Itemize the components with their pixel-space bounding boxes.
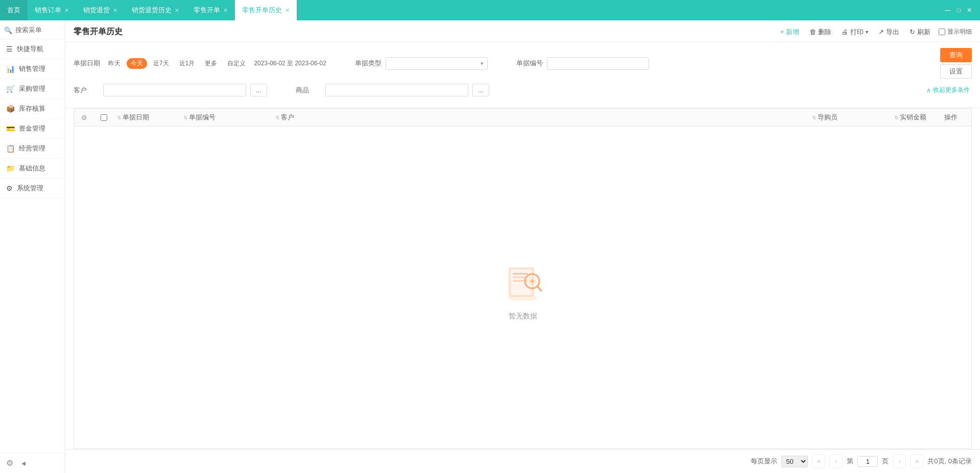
export-button[interactable]: ↗ 导出 (876, 28, 901, 37)
th-settings[interactable]: ⚙ (74, 114, 94, 121)
sort-guide-icon[interactable]: ⇅ (812, 115, 816, 120)
svg-rect-3 (513, 273, 528, 275)
svg-rect-4 (513, 277, 525, 278)
window-controls: — □ ✕ (937, 7, 980, 14)
sidebar-icon-base: 📁 (6, 164, 15, 172)
sort-date-icon[interactable]: ⇅ (117, 115, 121, 120)
doc-type-select[interactable] (386, 57, 488, 70)
sidebar-item-nav[interactable]: ☰快捷导航 (0, 39, 65, 59)
toolbar: + 新增 🗑 删除 🖨 打印 ▾ ↗ 导出 ↻ 刷新 (778, 28, 972, 37)
collapse-icon: ∧ (926, 87, 931, 94)
sidebar-search[interactable]: 🔍 搜索采单 (0, 20, 65, 39)
doc-number-input[interactable] (547, 57, 649, 70)
table-header: ⚙ ⇅ 单据日期 ⇅ 单据编号 ⇅ 客户 ⇅ (74, 108, 972, 126)
sort-number-icon[interactable]: ⇅ (183, 115, 187, 120)
minimize-btn[interactable]: — (945, 7, 951, 14)
empty-state: 暂无数据 (497, 255, 548, 321)
last-page-btn[interactable]: » (910, 455, 923, 468)
collapse-button[interactable]: ∧ 收起更多条件 (924, 84, 972, 96)
date-btn-custom[interactable]: 自定义 (223, 58, 250, 69)
sidebar-icon-inventory: 📦 (6, 105, 15, 113)
nav-tab-retail-open-history[interactable]: 零售开单历史✕ (235, 0, 297, 20)
table-area: ⚙ ⇅ 单据日期 ⇅ 单据编号 ⇅ 客户 ⇅ (65, 108, 980, 449)
goods-ellipsis-btn[interactable]: ... (472, 84, 489, 96)
tab-close-retail-open[interactable]: ✕ (223, 7, 228, 14)
date-btn-today[interactable]: 今天 (127, 58, 147, 69)
filter-area: 单据日期 昨天 今天 近7天 近1月 更多 自定义 2023-06-02 至 2… (65, 42, 980, 108)
refresh-button[interactable]: ↻ 刷新 (907, 28, 933, 37)
per-page-select[interactable]: 50 10 20 100 (781, 456, 808, 467)
table-body: 暂无数据 (74, 126, 972, 449)
sort-customer-icon[interactable]: ⇅ (275, 115, 279, 120)
tab-close-sales-return-history[interactable]: ✕ (175, 7, 179, 14)
doc-type-filter: 单据类型 (355, 57, 488, 70)
sidebar-icon-system: ⚙ (6, 184, 13, 192)
th-number: ⇅ 单据编号 (179, 113, 271, 122)
sidebar-item-ops[interactable]: 📋经营管理 (0, 139, 65, 159)
content-area: 零售开单历史 + 新增 🗑 删除 🖨 打印 ▾ ↗ 导出 ↻ (65, 20, 980, 473)
nav-tab-sales-return-history[interactable]: 销货退货历史✕ (125, 0, 186, 20)
delete-icon: 🗑 (809, 28, 816, 36)
sidebar-search-label: 搜索采单 (15, 26, 42, 35)
sidebar-item-system[interactable]: ⚙系统管理 (0, 179, 65, 198)
settings-button[interactable]: 设置 (940, 64, 972, 79)
nav-tab-retail-open[interactable]: 零售开单✕ (186, 0, 235, 20)
sidebar-label-base: 基础信息 (19, 164, 45, 173)
sidebar-item-base[interactable]: 📁基础信息 (0, 159, 65, 179)
date-filter-label: 单据日期 (74, 59, 100, 68)
print-button[interactable]: 🖨 打印 ▾ (840, 28, 870, 37)
delete-button[interactable]: 🗑 删除 (807, 28, 833, 37)
date-filter-buttons: 昨天 今天 近7天 近1月 更多 自定义 (104, 58, 250, 69)
next-page-btn[interactable]: › (893, 455, 906, 468)
tab-close-retail-open-history[interactable]: ✕ (285, 7, 290, 14)
sidebar-icon-purchase: 🛒 (6, 85, 15, 93)
window-close-btn[interactable]: ✕ (967, 7, 972, 14)
th-date: ⇅ 单据日期 (113, 113, 179, 122)
sidebar-icon-ops: 📋 (6, 144, 15, 153)
settings-icon[interactable]: ⚙ (6, 458, 13, 468)
search-icon: 🔍 (4, 27, 12, 34)
nav-tab-home[interactable]: 首页 (0, 0, 28, 20)
sidebar-label-finance: 资金管理 (19, 124, 45, 133)
maximize-btn[interactable]: □ (957, 7, 961, 14)
th-customer: ⇅ 客户 (271, 113, 808, 122)
sidebar-label-inventory: 库存核算 (19, 104, 45, 113)
date-btn-more[interactable]: 更多 (201, 58, 221, 69)
sidebar-item-finance[interactable]: 💳资金管理 (0, 119, 65, 139)
filter-row-1: 单据日期 昨天 今天 近7天 近1月 更多 自定义 2023-06-02 至 2… (74, 48, 972, 79)
doc-type-label: 单据类型 (355, 59, 381, 68)
sidebar-item-inventory[interactable]: 📦库存核算 (0, 99, 65, 119)
refresh-icon: ↻ (910, 28, 915, 36)
svg-line-8 (537, 286, 541, 291)
sidebar-item-sales[interactable]: 📊销售管理 (0, 59, 65, 79)
filter-row-2: 客户 ... 商品 ... ∧ 收起更多条件 (74, 84, 972, 96)
customer-label: 客户 (74, 86, 99, 95)
print-icon: 🖨 (842, 28, 848, 36)
customer-input[interactable] (103, 84, 246, 96)
sidebar-label-purchase: 采购管理 (19, 84, 45, 93)
date-btn-7days[interactable]: 近7天 (149, 58, 173, 69)
total-info: 共0页, 0条记录 (927, 457, 972, 466)
first-page-btn[interactable]: « (812, 455, 825, 468)
select-all-checkbox[interactable] (101, 114, 107, 121)
display-checkbox[interactable] (939, 29, 945, 35)
display-toggle[interactable]: 显示明细 (939, 28, 972, 36)
page-suffix: 页 (882, 457, 889, 466)
page-title: 零售开单历史 (74, 27, 123, 37)
sort-amount-icon[interactable]: ⇅ (894, 115, 898, 120)
sidebar-icon-finance: 💳 (6, 125, 15, 133)
sidebar-item-purchase[interactable]: 🛒采购管理 (0, 79, 65, 99)
query-button[interactable]: 查询 (940, 48, 972, 62)
goods-input[interactable] (325, 84, 468, 96)
collapse-sidebar-icon[interactable]: ◂ (21, 458, 26, 468)
add-button[interactable]: + 新增 (778, 28, 801, 37)
nav-tab-sales-order[interactable]: 销售订单✕ (28, 0, 76, 20)
date-btn-yesterday[interactable]: 昨天 (104, 58, 125, 69)
customer-ellipsis-btn[interactable]: ... (250, 84, 267, 96)
prev-page-btn[interactable]: ‹ (829, 455, 843, 468)
page-number-input[interactable] (857, 456, 878, 467)
tab-close-sales-return[interactable]: ✕ (113, 7, 117, 14)
nav-tab-sales-return[interactable]: 销货退货✕ (76, 0, 125, 20)
tab-close-sales-order[interactable]: ✕ (64, 7, 69, 14)
date-btn-1month[interactable]: 近1月 (175, 58, 199, 69)
